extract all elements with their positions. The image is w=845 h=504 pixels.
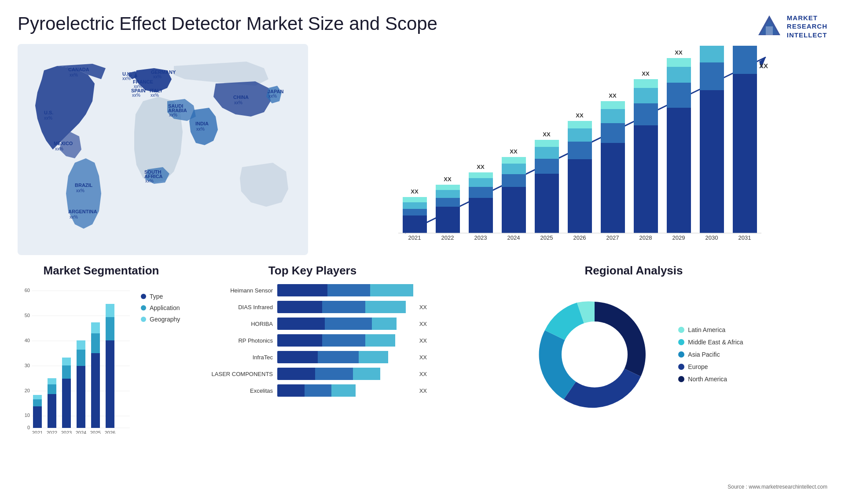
svg-rect-79 bbox=[634, 125, 658, 233]
svg-rect-50 bbox=[469, 187, 493, 198]
svg-text:CHINA: CHINA bbox=[233, 95, 249, 100]
svg-text:40: 40 bbox=[25, 338, 30, 343]
legend-dot-latin-america bbox=[678, 327, 684, 333]
seg-chart-container: 60 50 40 30 20 10 0 bbox=[18, 284, 185, 434]
svg-rect-61 bbox=[535, 174, 559, 233]
player-value: XX bbox=[419, 304, 427, 310]
svg-rect-58 bbox=[502, 157, 526, 164]
bar-dark bbox=[277, 351, 318, 363]
bar-mid bbox=[322, 301, 365, 313]
svg-rect-116 bbox=[33, 395, 42, 399]
svg-text:XX: XX bbox=[543, 131, 551, 138]
bar-dark bbox=[277, 368, 315, 380]
svg-rect-67 bbox=[568, 159, 592, 233]
svg-rect-2 bbox=[766, 26, 773, 35]
svg-rect-82 bbox=[634, 79, 658, 88]
svg-text:xx%: xx% bbox=[132, 93, 140, 98]
player-row: DIAS Infrared XX bbox=[202, 301, 427, 313]
bar-light bbox=[331, 384, 356, 397]
svg-rect-130 bbox=[106, 317, 114, 340]
player-row: Excelitas XX bbox=[202, 384, 427, 397]
legend-dot-north-america bbox=[678, 376, 684, 382]
svg-text:2026: 2026 bbox=[573, 234, 586, 241]
legend-label-middle-east: Middle East & Africa bbox=[688, 339, 743, 346]
svg-text:xx%: xx% bbox=[196, 127, 205, 131]
svg-text:2025: 2025 bbox=[90, 430, 101, 434]
logo: MARKET RESEARCH INTELLECT bbox=[756, 13, 827, 40]
main-content: CANADA xx% U.S. xx% MEXICO xx% BRAZIL xx… bbox=[0, 44, 845, 255]
legend-dot-type bbox=[141, 294, 146, 299]
bar-light bbox=[372, 318, 396, 330]
svg-text:10: 10 bbox=[25, 413, 30, 418]
svg-text:2022: 2022 bbox=[441, 234, 454, 241]
svg-rect-80 bbox=[634, 103, 658, 125]
svg-rect-120 bbox=[62, 379, 71, 428]
legend-middle-east: Middle East & Africa bbox=[678, 339, 743, 346]
svg-text:60: 60 bbox=[25, 288, 30, 293]
svg-rect-86 bbox=[667, 83, 691, 108]
player-name: InfraTec bbox=[202, 354, 273, 361]
svg-text:xx%: xx% bbox=[76, 188, 84, 193]
svg-rect-37 bbox=[403, 215, 427, 233]
legend-type: Type bbox=[141, 293, 180, 300]
bar-dark bbox=[277, 384, 305, 397]
svg-text:XX: XX bbox=[510, 148, 518, 155]
segmentation-chart: 60 50 40 30 20 10 0 bbox=[18, 284, 132, 434]
svg-text:2023: 2023 bbox=[474, 234, 487, 241]
bar-mid bbox=[322, 334, 365, 347]
main-bar-chart: XX 2021 XX 2022 XX 2023 XX 2024 bbox=[326, 44, 827, 251]
bar-light bbox=[370, 284, 413, 296]
svg-rect-44 bbox=[436, 198, 460, 207]
svg-text:xx%: xx% bbox=[151, 93, 159, 98]
svg-rect-115 bbox=[33, 399, 42, 406]
bar-light bbox=[359, 351, 389, 363]
bottom-content: Market Segmentation 60 50 40 30 20 10 0 bbox=[0, 255, 845, 484]
svg-rect-119 bbox=[48, 378, 56, 384]
svg-text:xx%: xx% bbox=[234, 100, 242, 105]
svg-text:2022: 2022 bbox=[47, 430, 57, 434]
legend-dot-geography bbox=[141, 317, 146, 322]
legend-dot-asia-pacific bbox=[678, 351, 684, 358]
svg-rect-114 bbox=[33, 406, 42, 428]
svg-rect-62 bbox=[535, 159, 559, 174]
svg-text:2021: 2021 bbox=[32, 430, 43, 434]
page-title: Pyroelectric Effect Detector Market Size… bbox=[18, 13, 437, 34]
svg-text:2030: 2030 bbox=[705, 234, 718, 241]
player-bar bbox=[277, 318, 413, 330]
world-map: CANADA xx% U.S. xx% MEXICO xx% BRAZIL xx… bbox=[18, 44, 308, 255]
player-bar bbox=[277, 384, 413, 397]
player-row: LASER COMPONENTS XX bbox=[202, 368, 427, 380]
bar-light bbox=[353, 368, 380, 380]
regional-container: Latin America Middle East & Africa Asia … bbox=[440, 284, 827, 425]
svg-text:BRAZIL: BRAZIL bbox=[75, 183, 93, 188]
svg-rect-64 bbox=[535, 140, 559, 147]
logo-text: MARKET RESEARCH INTELLECT bbox=[787, 14, 827, 40]
svg-text:xx%: xx% bbox=[268, 94, 277, 99]
player-bar bbox=[277, 334, 413, 347]
svg-rect-125 bbox=[77, 340, 85, 350]
donut-chart bbox=[524, 284, 665, 425]
svg-rect-69 bbox=[568, 128, 592, 142]
player-row: HORIBA XX bbox=[202, 318, 427, 330]
svg-rect-122 bbox=[62, 358, 71, 365]
bar-mid bbox=[315, 368, 353, 380]
svg-rect-91 bbox=[700, 90, 724, 233]
svg-text:xx%: xx% bbox=[55, 146, 63, 151]
legend-north-america: North America bbox=[678, 376, 743, 383]
player-bar bbox=[277, 351, 413, 363]
svg-rect-95 bbox=[733, 74, 757, 233]
svg-rect-38 bbox=[403, 209, 427, 215]
svg-text:2027: 2027 bbox=[606, 234, 619, 241]
svg-rect-76 bbox=[601, 101, 625, 109]
svg-text:XX: XX bbox=[675, 49, 683, 56]
player-name: Excelitas bbox=[202, 387, 273, 394]
svg-rect-70 bbox=[568, 121, 592, 128]
svg-text:2024: 2024 bbox=[76, 430, 86, 434]
svg-text:XX: XX bbox=[444, 176, 452, 183]
bar-chart-section: XX 2021 XX 2022 XX 2023 XX 2024 bbox=[317, 44, 827, 255]
svg-text:2029: 2029 bbox=[672, 234, 685, 241]
bar-mid bbox=[327, 284, 371, 296]
bar-mid bbox=[325, 318, 372, 330]
svg-rect-88 bbox=[667, 58, 691, 67]
player-name: HORIBA bbox=[202, 321, 273, 327]
